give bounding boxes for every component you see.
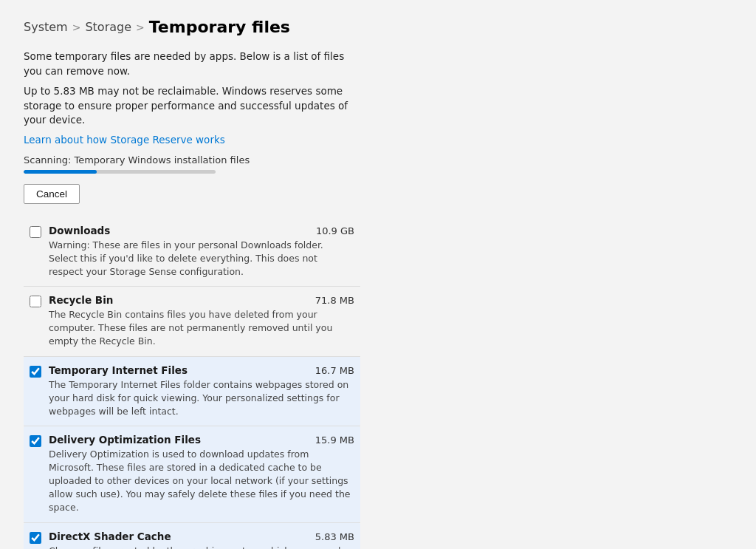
file-header: Downloads10.9 GB: [49, 225, 354, 236]
file-size: 16.7 MB: [315, 365, 354, 376]
breadcrumb-storage[interactable]: Storage: [85, 20, 131, 34]
file-size: 5.83 MB: [315, 531, 354, 542]
file-desc: Delivery Optimization is used to downloa…: [49, 448, 354, 515]
breadcrumb-sep1: >: [72, 21, 81, 33]
file-name: Downloads: [49, 225, 110, 236]
file-checkbox-wrap: [30, 366, 41, 380]
description-1: Some temporary files are needed by apps.…: [24, 50, 360, 78]
file-info: DirectX Shader Cache5.83 MBClean up file…: [49, 531, 354, 549]
file-header: Recycle Bin71.8 MB: [49, 294, 354, 306]
file-info: Delivery Optimization Files15.9 MBDelive…: [49, 434, 354, 515]
file-desc: The Recycle Bin contains files you have …: [49, 308, 354, 348]
breadcrumb-system[interactable]: System: [24, 20, 68, 34]
progress-bar-fill: [24, 170, 97, 174]
file-desc: The Temporary Internet Files folder cont…: [49, 378, 354, 418]
page-container: System > Storage > Temporary files Some …: [0, 0, 384, 549]
file-item: Temporary Internet Files16.7 MBThe Tempo…: [24, 357, 360, 426]
file-size: 15.9 MB: [315, 434, 354, 446]
breadcrumb: System > Storage > Temporary files: [24, 18, 360, 36]
file-checkbox-wrap: [30, 532, 41, 546]
file-checkbox[interactable]: [30, 532, 41, 544]
file-header: DirectX Shader Cache5.83 MB: [49, 531, 354, 542]
file-checkbox-wrap: [30, 296, 41, 310]
progress-bar: [24, 170, 216, 174]
file-item: Delivery Optimization Files15.9 MBDelive…: [24, 426, 360, 522]
file-info: Downloads10.9 GBWarning: These are files…: [49, 225, 354, 279]
file-desc: Warning: These are files in your persona…: [49, 239, 354, 279]
cancel-button[interactable]: Cancel: [24, 184, 80, 204]
file-size: 71.8 MB: [315, 295, 354, 306]
file-header: Temporary Internet Files16.7 MB: [49, 364, 354, 376]
file-checkbox[interactable]: [30, 296, 41, 307]
scanning-status: Scanning: Temporary Windows installation…: [24, 154, 360, 166]
file-name: DirectX Shader Cache: [49, 531, 171, 542]
file-size: 10.9 GB: [316, 225, 354, 236]
file-checkbox[interactable]: [30, 435, 41, 447]
file-checkbox[interactable]: [30, 366, 41, 378]
file-info: Recycle Bin71.8 MBThe Recycle Bin contai…: [49, 294, 354, 348]
file-desc: Clean up files created by the graphics s…: [49, 545, 354, 549]
file-checkbox[interactable]: [30, 226, 41, 238]
file-checkbox-wrap: [30, 226, 41, 240]
file-name: Delivery Optimization Files: [49, 434, 201, 446]
file-item: DirectX Shader Cache5.83 MBClean up file…: [24, 523, 360, 549]
breadcrumb-sep2: >: [136, 21, 145, 33]
file-checkbox-wrap: [30, 435, 41, 449]
page-title: Temporary files: [149, 18, 290, 36]
description-2: Up to 5.83 MB may not be reclaimable. Wi…: [24, 84, 360, 128]
file-list: Downloads10.9 GBWarning: These are files…: [24, 217, 360, 549]
file-item: Recycle Bin71.8 MBThe Recycle Bin contai…: [24, 287, 360, 355]
file-name: Temporary Internet Files: [49, 364, 188, 376]
file-name: Recycle Bin: [49, 294, 113, 306]
storage-reserve-link[interactable]: Learn about how Storage Reserve works: [24, 134, 225, 146]
file-info: Temporary Internet Files16.7 MBThe Tempo…: [49, 364, 354, 418]
file-header: Delivery Optimization Files15.9 MB: [49, 434, 354, 446]
file-item: Downloads10.9 GBWarning: These are files…: [24, 217, 360, 286]
